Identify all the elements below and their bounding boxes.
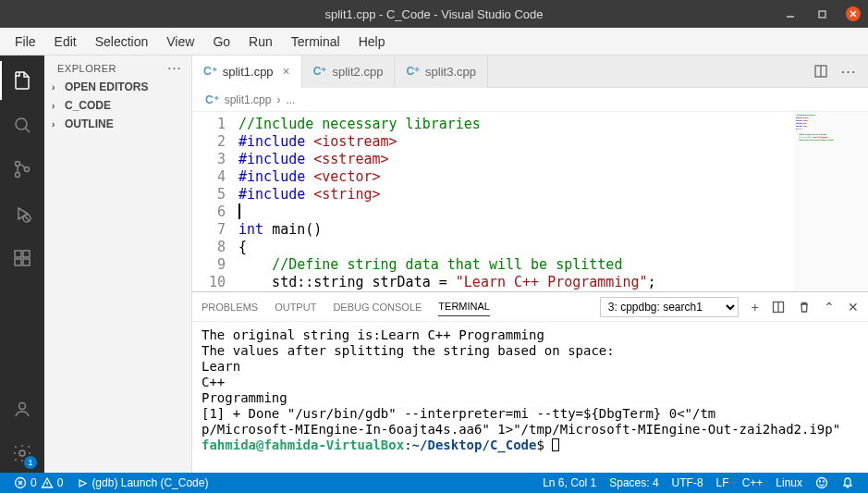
statusbar: 0 0 (gdb) Launch (C_Code) Ln 6, Col 1 Sp… xyxy=(0,473,868,493)
terminal-dropdown[interactable]: 3: cppdbg: search1 xyxy=(600,297,739,317)
activity-settings[interactable]: 1 xyxy=(0,434,44,473)
code-line[interactable]: #include <string> xyxy=(238,186,794,203)
status-encoding[interactable]: UTF-8 xyxy=(666,476,710,489)
panel-tabs: PROBLEMSOUTPUTDEBUG CONSOLETERMINAL3: cp… xyxy=(192,292,868,322)
panel-tab-output[interactable]: OUTPUT xyxy=(275,298,316,316)
breadcrumb-rest: ... xyxy=(286,93,295,106)
svg-point-4 xyxy=(16,118,27,129)
svg-marker-26 xyxy=(79,480,86,487)
status-errors[interactable]: 0 0 xyxy=(7,476,69,489)
split-editor-icon[interactable] xyxy=(813,64,828,79)
cpp-file-icon: C⁺ xyxy=(203,65,217,78)
panel-maximize-icon[interactable]: ⌃ xyxy=(824,300,835,314)
activity-extensions[interactable] xyxy=(0,239,44,277)
activitybar: 1 xyxy=(0,55,44,473)
new-terminal-icon[interactable]: + xyxy=(752,300,759,314)
cpp-file-icon: C⁺ xyxy=(406,65,420,78)
tab-split1-cpp[interactable]: C⁺split1.cpp× xyxy=(192,55,302,88)
sidebar-header: EXPLORER ··· xyxy=(44,55,191,78)
minimap[interactable]: //Include necessary libraries#include <i… xyxy=(794,112,868,291)
menu-help[interactable]: Help xyxy=(349,31,395,53)
svg-point-6 xyxy=(16,162,20,166)
svg-rect-13 xyxy=(23,259,30,265)
status-eol[interactable]: LF xyxy=(710,476,736,489)
code-line[interactable]: #include <vector> xyxy=(238,168,794,186)
editor-more-icon[interactable]: ··· xyxy=(841,65,857,79)
tab-close-icon[interactable]: × xyxy=(283,64,290,79)
panel-tab-problems[interactable]: PROBLEMS xyxy=(202,298,258,316)
code-editor[interactable]: 1234567891011 //Include necessary librar… xyxy=(192,112,868,291)
terminal-line: The original string is:Learn C++ Program… xyxy=(202,327,859,343)
panel-tab-debug-console[interactable]: DEBUG CONSOLE xyxy=(333,298,422,316)
terminal-line: C++ xyxy=(202,375,859,390)
status-debug[interactable]: (gdb) Launch (C_Code) xyxy=(69,476,214,489)
minimize-icon[interactable] xyxy=(783,6,798,21)
panel: PROBLEMSOUTPUTDEBUG CONSOLETERMINAL3: cp… xyxy=(192,291,868,473)
svg-rect-12 xyxy=(15,259,21,265)
panel-tab-terminal[interactable]: TERMINAL xyxy=(438,297,490,316)
code-line[interactable] xyxy=(238,203,794,221)
menu-run[interactable]: Run xyxy=(239,31,282,53)
maximize-icon[interactable] xyxy=(814,6,829,21)
sidebar-item-outline[interactable]: ›OUTLINE xyxy=(44,115,191,133)
kill-terminal-icon[interactable] xyxy=(798,301,811,314)
code-line[interactable]: { xyxy=(238,239,794,256)
window-title: split1.cpp - C_Code - Visual Studio Code xyxy=(324,7,543,21)
menu-selection[interactable]: Selection xyxy=(86,31,158,53)
status-lang[interactable]: C++ xyxy=(736,476,770,489)
code-lines[interactable]: //Include necessary libraries#include <i… xyxy=(238,112,794,291)
svg-line-5 xyxy=(26,129,31,133)
tab-split2-cpp[interactable]: C⁺split2.cpp xyxy=(302,55,396,88)
cpp-file-icon: C⁺ xyxy=(205,93,219,106)
chevron-right-icon: › xyxy=(52,82,61,92)
svg-rect-14 xyxy=(23,251,30,257)
status-spaces[interactable]: Spaces: 4 xyxy=(603,476,665,489)
cpp-file-icon: C⁺ xyxy=(313,65,327,78)
editor-zone: C⁺split1.cpp×C⁺split2.cppC⁺split3.cpp···… xyxy=(192,55,868,473)
code-line[interactable]: #include <iostream> xyxy=(238,133,794,151)
status-right: Ln 6, Col 1 Spaces: 4 UTF-8 LF C++ Linux xyxy=(536,476,861,489)
activity-explorer[interactable] xyxy=(0,61,44,100)
sidebar-item-c_code[interactable]: ›C_CODE xyxy=(44,96,191,115)
activity-search[interactable] xyxy=(0,105,44,144)
svg-point-27 xyxy=(817,478,827,488)
terminal-line: [1] + Done "/usr/bin/gdb" --interpreter=… xyxy=(202,406,859,422)
code-line[interactable]: #include <sstream> xyxy=(238,151,794,168)
svg-rect-11 xyxy=(15,251,21,257)
sidebar-more-icon[interactable]: ··· xyxy=(168,63,182,74)
split-terminal-icon[interactable] xyxy=(772,301,785,314)
menu-terminal[interactable]: Terminal xyxy=(282,31,349,53)
chevron-right-icon: › xyxy=(52,119,61,129)
terminal-line: The values after splitting the string ba… xyxy=(202,343,859,359)
close-icon[interactable] xyxy=(846,6,861,21)
code-line[interactable]: int main() xyxy=(238,221,794,239)
code-line[interactable]: //Define string data that will be splitt… xyxy=(238,256,794,274)
breadcrumb[interactable]: C⁺ split1.cpp › ... xyxy=(192,88,868,112)
svg-rect-1 xyxy=(819,11,825,18)
chevron-right-icon: › xyxy=(52,101,61,111)
sidebar-item-open-editors[interactable]: ›OPEN EDITORS xyxy=(44,78,191,96)
activity-account[interactable] xyxy=(0,389,44,428)
terminal-prompt[interactable]: fahmida@fahmida-VirtualBox:~/Desktop/C_C… xyxy=(202,438,859,453)
status-feedback[interactable] xyxy=(809,476,835,489)
settings-badge: 1 xyxy=(24,456,37,469)
status-bell[interactable] xyxy=(835,476,861,489)
tab-split3-cpp[interactable]: C⁺split3.cpp xyxy=(395,55,488,88)
main-area: 1 EXPLORER ··· ›OPEN EDITORS›C_CODE›OUTL… xyxy=(0,55,868,473)
panel-close-icon[interactable]: ✕ xyxy=(848,300,859,314)
status-lncol[interactable]: Ln 6, Col 1 xyxy=(536,476,603,489)
menu-edit[interactable]: Edit xyxy=(45,31,86,53)
menu-view[interactable]: View xyxy=(157,31,203,53)
code-line[interactable]: std::string strData = "Learn C++ Program… xyxy=(238,274,794,291)
menu-file[interactable]: File xyxy=(6,31,45,53)
terminal[interactable]: The original string is:Learn C++ Program… xyxy=(192,322,868,473)
activity-scm[interactable] xyxy=(0,150,44,189)
terminal-line: Learn xyxy=(202,359,859,375)
titlebar: split1.cpp - C_Code - Visual Studio Code xyxy=(0,0,868,28)
menubar: FileEditSelectionViewGoRunTerminalHelp xyxy=(0,28,868,55)
status-os[interactable]: Linux xyxy=(769,476,809,489)
menu-go[interactable]: Go xyxy=(203,31,239,53)
window-controls xyxy=(783,6,861,21)
activity-debug[interactable] xyxy=(0,194,44,233)
code-line[interactable]: //Include necessary libraries xyxy=(238,116,794,133)
